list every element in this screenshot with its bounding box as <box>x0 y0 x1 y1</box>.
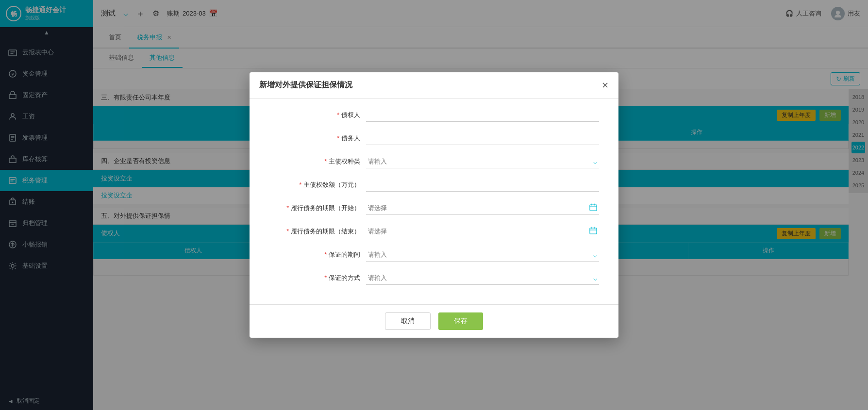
form-row-period-end: * 履行债务的期限（结束） <box>269 225 599 238</box>
guarantee-period-select-wrap: ⌵ <box>366 248 599 262</box>
guarantee-method-label-text: 保证的方式 <box>329 274 360 281</box>
form-row-period-start: * 履行债务的期限（开始） <box>269 201 599 215</box>
guarantee-period-required-mark: * <box>324 251 327 258</box>
modal-overlay: 新增对外提供保证担保情况 ✕ * 债权人 * 债务人 <box>0 0 868 410</box>
period-end-input[interactable] <box>366 225 587 238</box>
guarantee-period-dropdown-icon[interactable]: ⌵ <box>591 251 599 259</box>
save-button[interactable]: 保存 <box>438 312 483 330</box>
period-start-label-text: 履行债务的期限（开始） <box>291 204 360 212</box>
form-row-guarantee-period: * 保证的期间 ⌵ <box>269 248 599 262</box>
claim-type-label: * 主债权种类 <box>269 157 366 166</box>
guarantee-method-input[interactable] <box>366 271 591 284</box>
claim-amount-label: * 主债权数额（万元） <box>269 180 366 189</box>
guarantee-method-required-mark: * <box>324 274 327 281</box>
creditor-required-mark: * <box>337 111 339 118</box>
claim-type-required-mark: * <box>324 158 327 165</box>
creditor-label: * 债权人 <box>269 111 366 119</box>
form-row-guarantee-method: * 保证的方式 ⌵ <box>269 271 599 285</box>
modal-close-button[interactable]: ✕ <box>601 81 609 90</box>
claim-type-input[interactable] <box>366 155 591 168</box>
form-row-claim-type: * 主债权种类 ⌵ <box>269 155 599 168</box>
guarantee-period-input[interactable] <box>366 248 591 261</box>
form-row-claim-amount: * 主债权数额（万元） <box>269 178 599 192</box>
period-start-label: * 履行债务的期限（开始） <box>269 204 366 213</box>
period-end-required-mark: * <box>286 228 289 235</box>
modal-body: * 债权人 * 债务人 * 主债权种类 <box>250 98 618 304</box>
svg-rect-17 <box>590 205 597 211</box>
debtor-input[interactable] <box>366 131 599 145</box>
cancel-button[interactable]: 取消 <box>385 312 431 330</box>
modal-title: 新增对外提供保证担保情况 <box>259 80 352 90</box>
guarantee-period-label-text: 保证的期间 <box>329 251 360 258</box>
claim-amount-required-mark: * <box>299 181 301 188</box>
guarantee-method-label: * 保证的方式 <box>269 274 366 282</box>
modal-header: 新增对外提供保证担保情况 ✕ <box>250 72 618 98</box>
claim-amount-label-text: 主债权数额（万元） <box>303 181 360 188</box>
guarantee-period-label: * 保证的期间 <box>269 250 366 259</box>
period-start-date-wrap <box>366 201 599 215</box>
period-end-label: * 履行债务的期限（结束） <box>269 227 366 236</box>
period-end-date-wrap <box>366 225 599 238</box>
debtor-required-mark: * <box>337 134 339 142</box>
form-row-creditor: * 债权人 <box>269 108 599 122</box>
claim-amount-input[interactable] <box>366 178 599 192</box>
modal: 新增对外提供保证担保情况 ✕ * 债权人 * 债务人 <box>250 72 618 338</box>
guarantee-method-dropdown-icon[interactable]: ⌵ <box>591 274 599 282</box>
period-start-calendar-icon[interactable] <box>587 203 599 213</box>
period-start-input[interactable] <box>366 201 587 214</box>
guarantee-method-select-wrap: ⌵ <box>366 271 599 285</box>
period-start-required-mark: * <box>286 204 289 212</box>
claim-type-dropdown-icon[interactable]: ⌵ <box>591 158 599 165</box>
modal-footer: 取消 保存 <box>250 304 618 338</box>
form-row-debtor: * 债务人 <box>269 131 599 145</box>
creditor-label-text: 债权人 <box>341 111 360 118</box>
debtor-label-text: 债务人 <box>341 134 360 142</box>
creditor-input[interactable] <box>366 108 599 122</box>
svg-rect-18 <box>590 228 597 234</box>
period-end-calendar-icon[interactable] <box>587 227 599 236</box>
period-end-label-text: 履行债务的期限（结束） <box>291 228 360 235</box>
claim-type-select-wrap: ⌵ <box>366 155 599 168</box>
debtor-label: * 债务人 <box>269 134 366 143</box>
claim-type-label-text: 主债权种类 <box>329 158 360 165</box>
